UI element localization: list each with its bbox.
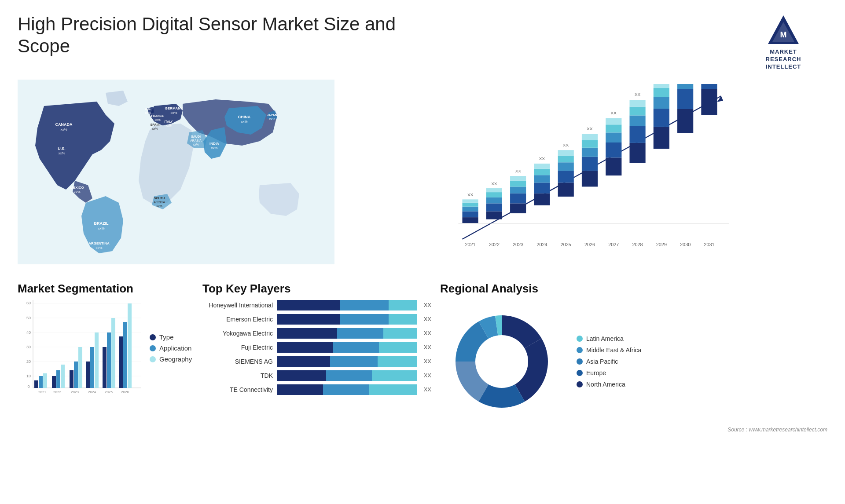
svg-rect-135 (52, 376, 56, 388)
bar-segment-3 (379, 342, 416, 353)
bar-segment-1 (277, 300, 340, 310)
svg-point-155 (475, 335, 528, 388)
legend-dot-application (150, 345, 156, 351)
svg-text:xx%: xx% (211, 146, 217, 150)
bar-segment-3 (389, 314, 416, 325)
svg-rect-143 (86, 362, 90, 388)
seg-legend: Type Application Geography (150, 333, 192, 363)
donut-chart (440, 300, 563, 423)
logo-text: MARKETRESEARCHINTELLECT (766, 48, 801, 71)
svg-text:M: M (780, 30, 787, 39)
svg-rect-84 (606, 118, 621, 124)
svg-rect-82 (606, 132, 621, 142)
player-bar (277, 384, 417, 395)
svg-rect-53 (510, 193, 526, 203)
player-name: Yokogawa Electric (202, 330, 273, 337)
players-title: Top Key Players (202, 282, 431, 296)
svg-text:30: 30 (26, 345, 31, 349)
label-mea: Middle East & Africa (586, 347, 641, 354)
bar-segment-3 (389, 300, 416, 310)
svg-rect-151 (119, 336, 123, 388)
player-bar (277, 356, 417, 367)
svg-text:xx%: xx% (58, 151, 65, 155)
player-bar (277, 328, 417, 339)
svg-text:CHINA: CHINA (238, 115, 251, 119)
legend-dot-geography (150, 356, 156, 362)
svg-text:XX: XX (539, 156, 545, 161)
label-north-america: North America (586, 381, 625, 388)
svg-rect-141 (78, 347, 82, 388)
svg-rect-70 (558, 150, 574, 156)
svg-text:2028: 2028 (632, 242, 643, 247)
player-value: XX (424, 372, 431, 379)
segmentation-container: Market Segmentation 60 50 40 30 20 10 0 (18, 282, 194, 433)
label-latin-america: Latin America (586, 335, 624, 342)
svg-rect-38 (462, 217, 478, 223)
svg-text:XX: XX (491, 181, 497, 186)
svg-rect-45 (486, 211, 502, 219)
svg-text:ITALY: ITALY (164, 120, 173, 123)
svg-text:xx%: xx% (60, 128, 67, 131)
player-row: SIEMENS AG XX (202, 356, 431, 367)
player-value: XX (424, 386, 431, 393)
map-container: CANADA xx% U.S. xx% MEXICO xx% BRAZIL xx… (18, 80, 334, 269)
svg-text:40: 40 (26, 330, 31, 335)
bar-segment-2 (330, 356, 378, 367)
svg-text:xx%: xx% (145, 111, 151, 114)
svg-rect-48 (486, 192, 502, 197)
player-name: Emerson Electric (202, 316, 273, 323)
player-value: XX (424, 330, 431, 336)
bar-segment-3 (378, 356, 417, 367)
svg-rect-75 (582, 147, 598, 157)
svg-text:2022: 2022 (53, 390, 61, 394)
label-asia-pacific: Asia Pacific (586, 358, 618, 365)
header: High Precision Digital Sensor Market Siz… (18, 13, 827, 71)
svg-text:SPAIN: SPAIN (151, 123, 160, 126)
svg-rect-60 (534, 183, 550, 193)
svg-rect-152 (123, 322, 127, 388)
source-text: Source : www.marketresearchintellect.com (440, 427, 827, 433)
bar-segment-1 (277, 370, 326, 381)
regional-container: Regional Analysis (440, 282, 827, 433)
svg-text:XX: XX (611, 110, 617, 115)
svg-rect-66 (558, 183, 574, 197)
dot-europe (577, 370, 583, 376)
svg-text:2023: 2023 (71, 390, 79, 394)
svg-rect-68 (558, 162, 574, 171)
svg-rect-133 (43, 373, 47, 388)
svg-rect-61 (534, 175, 550, 183)
svg-rect-81 (606, 142, 621, 157)
svg-rect-80 (606, 157, 621, 175)
svg-rect-88 (629, 126, 645, 143)
player-row: Honeywell International XX (202, 300, 431, 310)
svg-text:2022: 2022 (489, 242, 500, 247)
svg-text:xx%: xx% (241, 120, 247, 124)
svg-text:xx%: xx% (269, 117, 275, 121)
legend-label-application: Application (159, 344, 191, 352)
svg-rect-62 (534, 168, 550, 175)
top-section: CANADA xx% U.S. xx% MEXICO xx% BRAZIL xx… (18, 80, 827, 269)
svg-text:10: 10 (26, 374, 31, 378)
svg-rect-76 (582, 140, 598, 147)
svg-text:xx%: xx% (73, 190, 80, 194)
bar-segment-1 (277, 328, 337, 339)
segmentation-title: Market Segmentation (18, 282, 194, 296)
svg-rect-54 (510, 186, 526, 193)
player-name: TDK (202, 372, 273, 379)
bar-chart-svg: XX 2021 XX 2022 (361, 84, 819, 251)
map-svg: CANADA xx% U.S. xx% MEXICO xx% BRAZIL xx… (18, 80, 334, 264)
regional-legend: Latin America Middle East & Africa Asia … (577, 335, 641, 388)
svg-rect-145 (95, 332, 99, 388)
svg-rect-140 (74, 362, 78, 388)
svg-text:2026: 2026 (584, 242, 595, 247)
svg-text:2025: 2025 (105, 390, 113, 394)
svg-text:60: 60 (26, 301, 31, 305)
svg-text:SAUDI: SAUDI (191, 135, 201, 138)
svg-text:xx%: xx% (154, 118, 160, 121)
svg-text:2027: 2027 (608, 242, 619, 247)
bar-segment-2 (340, 314, 389, 325)
player-value: XX (424, 358, 431, 365)
bar-segment-3 (372, 370, 416, 381)
player-value: XX (424, 302, 431, 308)
svg-text:GERMANY: GERMANY (165, 106, 184, 110)
